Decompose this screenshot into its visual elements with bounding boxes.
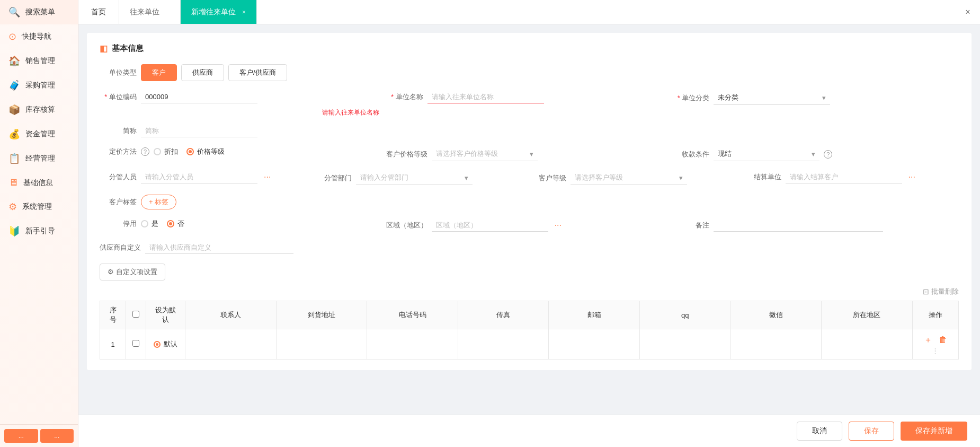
payment-terms-select[interactable]: 现结 ▾: [714, 147, 819, 161]
tag-label: 客户标签: [100, 197, 137, 207]
row-qq-input[interactable]: [646, 340, 724, 348]
row-address-input[interactable]: [283, 340, 361, 348]
manager-input[interactable]: [141, 171, 257, 183]
row-contact[interactable]: [185, 329, 277, 360]
tab-new-partner[interactable]: 新增往来单位 ×: [181, 0, 257, 24]
sidebar-item-inventory[interactable]: 📦 库存核算: [0, 98, 78, 122]
disabled-no-option[interactable]: 否: [167, 219, 184, 229]
supplier-custom-input[interactable]: [145, 241, 293, 254]
pricing-discount-radio[interactable]: [154, 148, 161, 155]
table-row: 1 默认: [100, 329, 959, 360]
chevron-down-icon: ▾: [679, 174, 683, 182]
region-input[interactable]: [432, 219, 548, 232]
settlement-unit-input[interactable]: [786, 171, 902, 183]
sidebar-item-label: 系统管理: [22, 202, 52, 212]
pricing-help-icon[interactable]: ?: [141, 147, 149, 156]
sidebar-bottom-btn1[interactable]: ...: [4, 429, 38, 443]
cancel-button[interactable]: 取消: [797, 422, 842, 441]
department-item: 分管部门 请输入分管部门 ▾: [315, 171, 530, 185]
manager-more-icon[interactable]: ···: [262, 172, 273, 182]
row-area-input[interactable]: [828, 340, 906, 348]
customer-level-item: 客户等级 请选择客户等级 ▾: [529, 171, 744, 185]
row-delete-button[interactable]: 🗑: [937, 334, 949, 346]
row-add-button[interactable]: ＋: [922, 334, 934, 347]
row-email[interactable]: [549, 329, 640, 360]
select-all-checkbox[interactable]: [132, 311, 139, 318]
disabled-yes-radio[interactable]: [141, 220, 148, 227]
row-qq[interactable]: [639, 329, 730, 360]
disabled-no-dot: [169, 222, 172, 225]
save-new-button[interactable]: 保存并新增: [901, 422, 967, 441]
short-name-row: 简称: [100, 125, 959, 137]
row-phone[interactable]: [367, 329, 458, 360]
unit-type-both-btn[interactable]: 客户/供应商: [228, 64, 287, 81]
batch-delete-label[interactable]: 批量删除: [931, 287, 959, 296]
short-name-input[interactable]: [141, 125, 257, 137]
col-checkbox[interactable]: [126, 301, 146, 329]
customer-price-level-select[interactable]: 请选择客户价格等级 ▾: [432, 147, 538, 161]
row-checkbox[interactable]: [126, 329, 146, 360]
unit-type-customer-btn[interactable]: 客户: [141, 64, 177, 81]
disabled-no-radio[interactable]: [167, 220, 174, 227]
row-email-input[interactable]: [555, 340, 633, 348]
sidebar-bottom-btn2[interactable]: ...: [40, 429, 74, 443]
tab-home[interactable]: 首页: [78, 0, 119, 24]
region-more-icon[interactable]: ···: [553, 221, 564, 230]
unit-code-label: 单位编码: [100, 92, 137, 102]
unit-name-input[interactable]: [427, 91, 544, 103]
department-label: 分管部门: [315, 173, 352, 183]
manager-item: 分管人员 ···: [100, 171, 315, 183]
unit-category-select[interactable]: 未分类 ▾: [714, 91, 830, 105]
row-default-radio-item[interactable]: 默认: [153, 339, 179, 349]
unit-code-item: 单位编码: [100, 91, 386, 103]
row-area[interactable]: [822, 329, 913, 360]
sidebar-item-basic-info[interactable]: 🖥 基础信息: [0, 171, 78, 195]
sidebar-item-purchase[interactable]: 🧳 采购管理: [0, 73, 78, 98]
supplier-custom-item: 供应商自定义: [100, 241, 959, 254]
sidebar-item-operations[interactable]: 📋 经营管理: [0, 146, 78, 171]
customer-level-placeholder: 请选择客户等级: [575, 173, 623, 182]
custom-settings-button[interactable]: ⚙ 自定义项设置: [100, 264, 165, 281]
remark-input[interactable]: [714, 219, 883, 232]
department-select[interactable]: 请输入分管部门 ▾: [356, 171, 473, 185]
tab-partners[interactable]: 往来单位 ×: [119, 0, 181, 24]
row-default-radio[interactable]: [154, 341, 161, 348]
tab-partners-close[interactable]: ×: [166, 8, 170, 16]
col-wechat: 微信: [730, 301, 822, 329]
row-checkbox-input[interactable]: [132, 340, 139, 347]
save-button[interactable]: 保存: [849, 422, 894, 441]
customer-level-select[interactable]: 请选择客户等级 ▾: [571, 171, 687, 185]
add-tag-button[interactable]: + 标签: [141, 195, 176, 209]
sidebar-item-search[interactable]: 🔍 搜索菜单: [0, 0, 78, 24]
row-phone-input[interactable]: [373, 340, 451, 348]
sidebar-item-finance[interactable]: 💰 资金管理: [0, 122, 78, 146]
sidebar-item-sales[interactable]: 🏠 销售管理: [0, 49, 78, 73]
row-fax[interactable]: [458, 329, 549, 360]
settlement-more-icon[interactable]: ···: [906, 172, 917, 182]
row-wechat-input[interactable]: [737, 340, 815, 348]
remark-label: 备注: [672, 221, 709, 230]
unit-code-input[interactable]: [141, 91, 257, 103]
pricing-level-radio[interactable]: [186, 148, 194, 155]
sidebar-item-label: 基础信息: [23, 178, 53, 188]
row-contact-input[interactable]: [192, 340, 270, 348]
row-address[interactable]: [276, 329, 367, 360]
customer-price-level-placeholder: 请选择客户价格等级: [436, 149, 498, 159]
pricing-discount-option[interactable]: 折扣: [154, 147, 178, 156]
row-seq: 1: [100, 329, 126, 360]
sidebar-item-quick-nav[interactable]: ⊙ 快捷导航: [0, 24, 78, 49]
sidebar-item-guide[interactable]: 🔰 新手引导: [0, 219, 78, 243]
payment-help-icon[interactable]: ?: [824, 150, 832, 159]
tab-new-partner-close[interactable]: ×: [242, 8, 246, 16]
row-wechat[interactable]: [730, 329, 822, 360]
short-name-item: 简称: [100, 125, 959, 137]
unit-type-label: 单位类型: [100, 68, 137, 77]
disabled-yes-option[interactable]: 是: [141, 219, 158, 229]
disabled-label: 停用: [100, 219, 137, 229]
col-action: 操作: [912, 301, 958, 329]
sidebar-item-system[interactable]: ⚙ 系统管理: [0, 195, 78, 219]
window-close-button[interactable]: ×: [956, 0, 980, 24]
row-fax-input[interactable]: [465, 340, 542, 348]
unit-type-supplier-btn[interactable]: 供应商: [181, 64, 224, 81]
pricing-level-option[interactable]: 价格等级: [186, 147, 225, 156]
